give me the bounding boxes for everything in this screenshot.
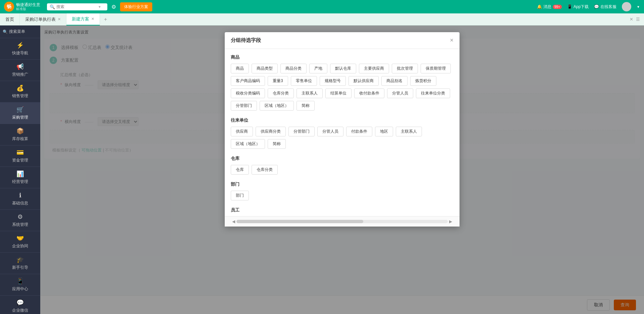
- sidebar-item-quick-nav[interactable]: ⚡ 快捷导航: [0, 38, 40, 60]
- field-tag-warehouse[interactable]: 仓库: [231, 165, 249, 175]
- field-tag-shelf-life[interactable]: 保质期管理: [421, 64, 451, 73]
- sidebar-item-operation[interactable]: 📊 经营管理: [0, 167, 40, 188]
- field-tag-main-supplier[interactable]: 主要供应商: [359, 64, 389, 73]
- field-tag-partner-main-contact[interactable]: 主联系人: [396, 127, 422, 136]
- main-layout: 🔍 搜索菜单 ⚡ 快捷导航 📢 营销推广 💰 销售管理 🛒 采购管理 📦 库存核…: [0, 25, 644, 314]
- app-download-item[interactable]: 📱 App下载: [567, 4, 589, 10]
- tab-bar-menu-icon[interactable]: ☰: [636, 17, 640, 22]
- horizontal-scrollbar[interactable]: [236, 220, 448, 223]
- field-tag-partner-charge-person[interactable]: 分管人员: [317, 127, 343, 136]
- sidebar: 🔍 搜索菜单 ⚡ 快捷导航 📢 营销推广 💰 销售管理 🛒 采购管理 📦 库存核…: [0, 25, 40, 314]
- field-tag-abbr-goods[interactable]: 简称: [297, 101, 315, 111]
- sidebar-search[interactable]: 🔍 搜索菜单: [0, 25, 40, 38]
- online-service-item[interactable]: 💬 在线客服: [594, 4, 616, 10]
- download-icon: 📱: [567, 4, 572, 9]
- tab-purchase-exec-close[interactable]: ✕: [58, 17, 61, 21]
- purchase-icon: 🛒: [16, 106, 24, 113]
- goods-field-tags: 商品 商品类型 商品分类 产地 默认仓库 主要供应商 批次管理 保质期管理 客户…: [231, 64, 453, 111]
- field-tag-lian-points[interactable]: 炼货积分: [410, 76, 436, 86]
- sidebar-item-appstore[interactable]: 📱 应用中心: [0, 274, 40, 296]
- employee-section: 员工 业务员: [231, 207, 453, 216]
- field-tag-partner-charge-dept[interactable]: 分管部门: [288, 127, 315, 136]
- trial-button[interactable]: 体验行业方案: [120, 2, 152, 11]
- field-tag-goods[interactable]: 商品: [231, 64, 249, 73]
- tab-new-plan[interactable]: 新建方案 ✕: [66, 13, 100, 25]
- field-tag-dept[interactable]: 部门: [231, 191, 249, 200]
- field-tag-retail-unit[interactable]: 零售单位: [291, 76, 317, 86]
- gear-icon: ⚙: [111, 4, 116, 10]
- search-icon: 🔍: [50, 4, 55, 9]
- tab-bar-close-icon[interactable]: ✕: [630, 17, 633, 22]
- field-tag-customer-code[interactable]: 客户商品编码: [231, 76, 265, 86]
- quick-nav-icon: ⚡: [16, 42, 24, 49]
- enterprise-icon: 🤝: [16, 235, 24, 242]
- partner-section: 往来单位 供应商 供应商分类 分管部门 分管人员 付款条件 地区 主联系人 区域…: [231, 117, 453, 149]
- modal-header: 分组待选字段 ×: [225, 32, 460, 49]
- sales-icon: 💰: [16, 84, 24, 92]
- field-tag-goods-category[interactable]: 商品分类: [280, 64, 307, 73]
- employee-section-title: 员工: [231, 207, 453, 213]
- field-tag-charge-dept[interactable]: 分管部门: [231, 101, 257, 111]
- field-tag-region-partner[interactable]: 区域（地区）: [231, 139, 265, 149]
- field-tag-partner-cat[interactable]: 往来单位分类: [416, 88, 450, 98]
- sidebar-item-purchase[interactable]: 🛒 采购管理: [0, 103, 40, 124]
- guide-icon: 🎓: [16, 256, 24, 263]
- field-tag-origin[interactable]: 产地: [309, 64, 327, 73]
- field-tag-region-goods[interactable]: 区域（地区）: [260, 101, 294, 111]
- field-tag-goods-type[interactable]: 商品类型: [252, 64, 278, 73]
- field-tag-spec-model[interactable]: 规格型号: [320, 76, 346, 86]
- sidebar-item-wechat[interactable]: 💬 企业微信: [0, 296, 40, 314]
- field-tag-supplier-cat[interactable]: 供应商分类: [256, 127, 286, 136]
- field-tag-default-supplier[interactable]: 默认供应商: [348, 76, 379, 86]
- dept-section-title: 部门: [231, 181, 453, 187]
- sidebar-item-system[interactable]: ⚙ 系统管理: [0, 210, 40, 231]
- scroll-right-icon[interactable]: ▶: [448, 219, 453, 224]
- top-search-bar[interactable]: 🔍 ▼: [47, 3, 107, 10]
- modal-overlay: 分组待选字段 × 商品 商品 商品类型 商品分类 产地 默认仓库 主要供应商: [40, 25, 644, 314]
- modal-close-button[interactable]: ×: [450, 37, 453, 44]
- tab-add-button[interactable]: +: [100, 16, 111, 22]
- field-tag-area[interactable]: 地区: [375, 127, 393, 136]
- sidebar-item-basic-info[interactable]: ℹ 基础信息: [0, 188, 40, 210]
- scroll-left-icon[interactable]: ◀: [231, 219, 236, 224]
- field-tag-supplier[interactable]: 供应商: [231, 127, 253, 136]
- gear-button[interactable]: ⚙: [110, 2, 117, 11]
- avatar[interactable]: [622, 2, 631, 11]
- field-tag-abbr-partner[interactable]: 简称: [268, 139, 286, 149]
- field-tag-warehouse-category[interactable]: 仓库分类: [252, 165, 278, 175]
- field-tag-settle-unit[interactable]: 结算单位: [325, 88, 352, 98]
- dropdown-icon[interactable]: ▼: [98, 5, 101, 9]
- dept-field-tags: 部门: [231, 191, 453, 200]
- tab-home[interactable]: 首页: [0, 13, 20, 25]
- notice-item[interactable]: 🔔 消息 99+: [537, 4, 562, 10]
- finance-icon: 💳: [16, 149, 24, 156]
- sidebar-item-inventory[interactable]: 📦 库存核算: [0, 124, 40, 145]
- search-input[interactable]: [56, 4, 97, 9]
- field-tag-goods-alias[interactable]: 商品别名: [381, 76, 408, 86]
- sidebar-search-text: 搜索菜单: [9, 29, 25, 35]
- sidebar-item-marketing[interactable]: 📢 营销推广: [0, 60, 40, 81]
- logo-area: 畅 畅捷通好生意 标准版: [4, 2, 44, 12]
- field-tag-main-contact[interactable]: 主联系人: [297, 88, 323, 98]
- sidebar-item-guide[interactable]: 🎓 新手引导: [0, 253, 40, 274]
- field-tag-pay-terms[interactable]: 付款条件: [346, 127, 372, 136]
- field-tag-tax-code[interactable]: 税收分类编码: [231, 88, 265, 98]
- modal-body: 商品 商品 商品类型 商品分类 产地 默认仓库 主要供应商 批次管理 保质期管理…: [225, 49, 460, 216]
- field-tag-default-warehouse[interactable]: 默认仓库: [330, 64, 356, 73]
- tab-new-plan-close[interactable]: ✕: [91, 17, 94, 21]
- inventory-icon: 📦: [16, 127, 24, 135]
- tab-purchase-exec[interactable]: 采购订单执行表 ✕: [20, 13, 66, 25]
- field-tag-payment-terms[interactable]: 收付款条件: [354, 88, 384, 98]
- field-tag-weight[interactable]: 重量3: [268, 76, 288, 86]
- sidebar-item-finance[interactable]: 💳 资金管理: [0, 145, 40, 167]
- field-tag-warehouse-cat[interactable]: 仓库分类: [268, 88, 294, 98]
- logo-icon: 畅: [4, 2, 14, 12]
- warehouse-section: 仓库 仓库 仓库分类: [231, 155, 453, 175]
- field-tag-batch-mgmt[interactable]: 批次管理: [392, 64, 418, 73]
- field-tag-charge-person[interactable]: 分管人员: [387, 88, 413, 98]
- user-arrow-icon[interactable]: ▼: [637, 5, 640, 9]
- sidebar-item-sales[interactable]: 💰 销售管理: [0, 81, 40, 103]
- sidebar-item-enterprise[interactable]: 🤝 企业协同: [0, 231, 40, 253]
- notice-badge: 99+: [553, 5, 562, 9]
- main-content: 采购订单执行表方案设置 1 选择模板 汇总表 交叉统计表 2 方案配置 汇总维度…: [40, 25, 644, 314]
